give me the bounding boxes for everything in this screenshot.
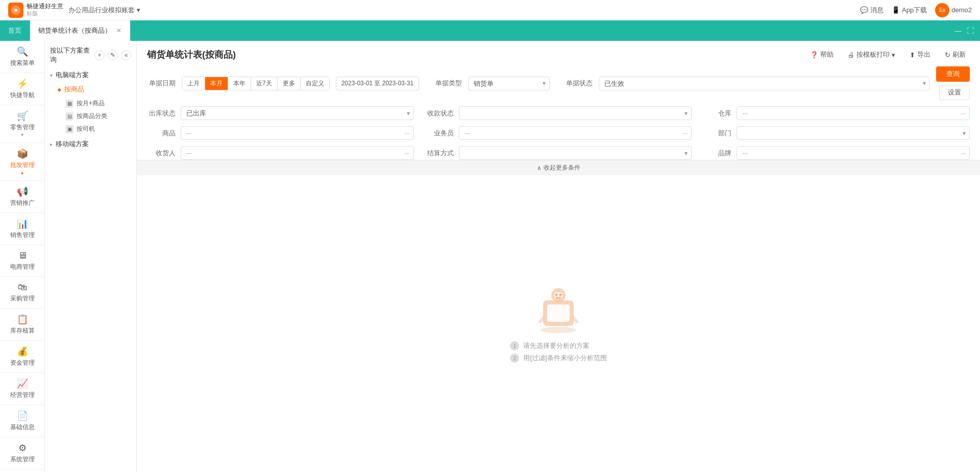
sidebar-purchase-label: 采购管理	[10, 294, 35, 303]
logo-icon	[8, 3, 23, 18]
industry-selector[interactable]: 办公用品行业模拟账套 ▾	[68, 6, 140, 15]
export-btn[interactable]: ⬆ 导出	[905, 48, 935, 61]
scheme-item-month-goods[interactable]: ▦ 按月+商品	[52, 97, 136, 110]
dept-wrapper: ▾	[737, 126, 970, 140]
app-download-label: App下载	[902, 6, 927, 15]
tab-minimize-icon[interactable]: —	[954, 27, 962, 35]
page-actions: ❓ 帮助 🖨 按模板打印 ▾ ⬆ 导出 ↻	[806, 48, 970, 61]
date-btn-this-month[interactable]: 本月	[205, 77, 228, 90]
settle-select[interactable]	[459, 146, 692, 160]
inventory-icon: 📋	[17, 314, 28, 325]
scheme-item-category[interactable]: ▤ 按商品分类	[52, 110, 136, 123]
sidebar-item-finance[interactable]: 💰 资金管理	[0, 341, 44, 373]
tab-home[interactable]: 首页	[0, 20, 30, 41]
query-buttons: 查询 设置	[936, 66, 970, 100]
sidebar-item-purchase[interactable]: 🛍 采购管理	[0, 277, 44, 309]
brand-input[interactable]	[737, 146, 970, 160]
scheme-category-icon: ▤	[65, 112, 74, 121]
tabbar-actions: — ⛶	[948, 20, 980, 41]
status-label: 单据状态	[564, 79, 593, 88]
empty-step-1-text: 请先选择要分析的方案	[523, 341, 590, 350]
sidebar-item-base[interactable]: 📄 基础信息	[0, 405, 44, 437]
type-select[interactable]: 销货单	[468, 77, 550, 90]
avatar: Ea	[935, 3, 949, 17]
staff-input[interactable]	[459, 126, 692, 140]
scheme-item-driver[interactable]: ▣ 按司机	[52, 123, 136, 135]
help-btn[interactable]: ❓ 帮助	[806, 48, 838, 61]
date-btn-more[interactable]: 更多	[278, 77, 301, 90]
scheme-category-label: 按商品分类	[77, 112, 107, 121]
quicknav-icon: ⚡	[17, 78, 28, 89]
tab-home-label: 首页	[8, 26, 21, 35]
tab-sales-stat[interactable]: 销货单统计表（按商品） ✕	[30, 20, 130, 41]
sidebar-item-mgmt[interactable]: 📈 经营管理	[0, 373, 44, 405]
date-btn-this-year[interactable]: 本年	[228, 77, 251, 90]
filter-section: 销货单统计表(按商品) ❓ 帮助 🖨 按模板打印 ▾ ⬆	[137, 41, 980, 160]
logo-name: 畅捷通好生意	[27, 3, 63, 10]
sidebar-item-collab[interactable]: 🤝 企业协同	[0, 469, 44, 472]
dept-select[interactable]	[737, 126, 970, 140]
scheme-month-goods-label: 按月+商品	[77, 99, 105, 108]
collapse-label: 收起更多条件	[544, 163, 580, 172]
date-range-display[interactable]: 2023-03-01 至 2023-03-31	[336, 77, 419, 90]
add-scheme-btn[interactable]: +	[94, 50, 105, 60]
topbar-left: 畅捷通好生意 标版 办公用品行业模拟账套 ▾	[8, 3, 140, 18]
app-download-btn[interactable]: 📱 App下载	[892, 6, 927, 15]
sidebar-item-retail[interactable]: 🛒 零售管理 ▾	[0, 105, 44, 143]
export-label: 导出	[917, 50, 930, 59]
scheme-group-mobile-header[interactable]: ▸ 移动端方案	[45, 137, 136, 151]
refresh-label: 刷新	[952, 50, 966, 59]
message-icon: 💬	[860, 6, 868, 14]
page-title: 销货单统计表(按商品)	[147, 49, 236, 61]
message-btn[interactable]: 💬 消息	[860, 6, 884, 15]
sidebar: 🔍 搜索菜单 ⚡ 快捷导航 🛒 零售管理 ▾ 📦 批发管理 ▴ 📢 营销推广 📊…	[0, 41, 45, 472]
date-btn-last-month[interactable]: 上月	[182, 77, 205, 90]
scheme-group-desktop-header[interactable]: ▾ 电脑端方案	[45, 68, 136, 82]
out-status-select[interactable]: 已出库	[181, 106, 414, 120]
sidebar-item-system[interactable]: ⚙ 系统管理	[0, 437, 44, 469]
staff-wrapper: ···	[459, 126, 692, 140]
sidebar-item-inventory[interactable]: 📋 库存核算	[0, 309, 44, 341]
sidebar-item-wholesale[interactable]: 📦 批发管理 ▴	[0, 143, 44, 181]
edit-scheme-btn[interactable]: ✎	[108, 50, 118, 60]
sidebar-item-quicknav[interactable]: ⚡ 快捷导航	[0, 73, 44, 105]
mobile-group-arrow: ▸	[50, 141, 53, 147]
date-btn-last-7[interactable]: 近7天	[251, 77, 278, 90]
payment-select[interactable]	[459, 106, 692, 120]
date-btn-custom[interactable]: 自定义	[301, 77, 329, 90]
scheme-driver-icon: ▣	[65, 125, 74, 133]
brand-wrapper: ···	[737, 146, 970, 160]
warehouse-input[interactable]	[737, 106, 970, 120]
payment-label: 收款状态	[425, 109, 454, 118]
empty-step-2: 2 用[过滤]条件来缩小分析范围	[510, 353, 606, 363]
settings-btn[interactable]: 设置	[939, 85, 970, 100]
status-select[interactable]: 已生效	[599, 77, 930, 90]
tab-maximize-icon[interactable]: ⛶	[967, 27, 974, 35]
staff-label: 业务员	[425, 129, 454, 138]
print-btn[interactable]: 🖨 按模板打印 ▾	[844, 48, 899, 61]
sidebar-item-marketing[interactable]: 📢 营销推广	[0, 181, 44, 213]
goods-input[interactable]	[181, 126, 414, 140]
receiver-input[interactable]	[181, 146, 414, 160]
collapse-panel-btn[interactable]: «	[121, 50, 131, 60]
filter-row-4: 收货人 ··· 结算方式 ▾ 品牌 ··	[147, 146, 970, 160]
refresh-btn[interactable]: ↻ 刷新	[941, 48, 970, 61]
type-select-wrapper: 销货单 ▾	[468, 77, 550, 90]
sidebar-item-search[interactable]: 🔍 搜索菜单	[0, 41, 44, 73]
collapse-bar[interactable]: ∧ 收起更多条件	[137, 160, 980, 175]
left-panel: 按以下方案查询 + ✎ « ▾ 电脑端方案 ● 按商品	[45, 41, 137, 472]
receiver-wrapper: ···	[181, 146, 414, 160]
sidebar-inventory-label: 库存核算	[10, 326, 35, 335]
scheme-group-desktop: ▾ 电脑端方案 ● 按商品 ▦ 按月+商品 ▤ 按商品分类	[45, 68, 136, 135]
scheme-item-goods[interactable]: ● 按商品	[54, 82, 134, 97]
query-btn[interactable]: 查询	[936, 66, 970, 82]
user-area[interactable]: Ea demo2	[935, 3, 972, 17]
tab-close-icon[interactable]: ✕	[116, 27, 121, 34]
refresh-icon: ↻	[945, 51, 950, 59]
search-icon: 🔍	[17, 46, 28, 57]
print-arrow: ▾	[892, 51, 895, 59]
sidebar-item-sales[interactable]: 📊 销售管理	[0, 213, 44, 245]
sidebar-item-ecom[interactable]: 🖥 电商管理	[0, 245, 44, 277]
goods-label: 商品	[147, 129, 176, 138]
tab-sales-stat-label: 销货单统计表（按商品）	[38, 26, 111, 35]
